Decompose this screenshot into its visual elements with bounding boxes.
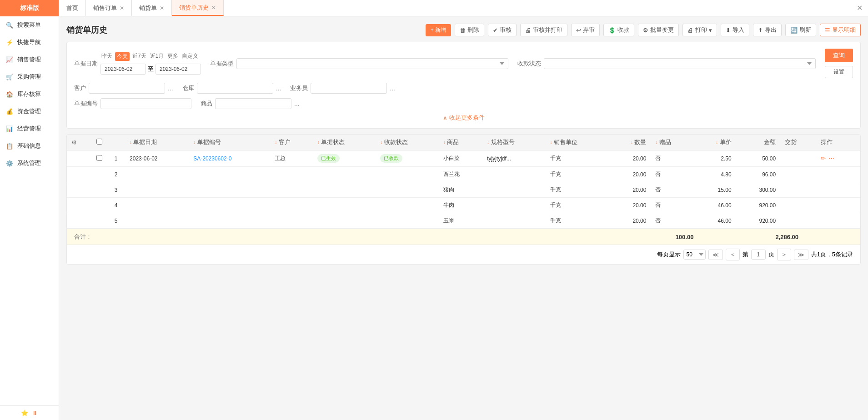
th-doc-date[interactable]: ↕ 单据日期 <box>125 135 189 150</box>
customer-input[interactable] <box>89 83 165 94</box>
salesperson-ellipsis[interactable]: ... <box>390 85 395 92</box>
show-detail-button[interactable]: ☰ 显示明细 <box>820 24 861 36</box>
page-first-btn[interactable]: ≪ <box>708 250 723 260</box>
cell-doc-status <box>313 213 376 229</box>
ops-mgmt-icon: 📊 <box>5 125 14 133</box>
th-unit[interactable]: ↕ 销售单位 <box>546 135 608 150</box>
date-quick-today[interactable]: 今天 <box>115 52 130 61</box>
tab-sales-order-close[interactable]: ✕ <box>120 5 124 11</box>
query-button[interactable]: 查询 <box>825 49 853 62</box>
sidebar-item-quick-nav[interactable]: ⚡ 快捷导航 <box>0 34 59 51</box>
cell-goods: 西兰花 <box>439 167 482 182</box>
filter-row-2: 客户 ... 仓库 ... 业务员 ... <box>74 83 853 94</box>
doc-type-select[interactable] <box>236 58 508 69</box>
cell-checkbox[interactable] <box>92 182 107 198</box>
sidebar-item-purchase-mgmt[interactable]: 🛒 采购管理 <box>0 68 59 85</box>
audit-button[interactable]: ✔ 审核 <box>488 24 517 36</box>
sidebar-item-search-menu[interactable]: 🔍 搜索菜单 <box>0 16 59 34</box>
setting-button[interactable]: 设置 <box>825 66 853 78</box>
cell-qty: 20.00 <box>608 150 651 167</box>
tab-sales-order[interactable]: 销售订单 ✕ <box>86 0 132 16</box>
batch-change-button[interactable]: ⚙ 批量变更 <box>638 24 679 36</box>
abandon-button[interactable]: ↩ 弃审 <box>571 24 600 36</box>
sidebar-item-inventory-calc[interactable]: 🏠 库存核算 <box>0 85 59 103</box>
th-payment-status[interactable]: ↕ 收款状态 <box>376 135 438 150</box>
date-quick-custom[interactable]: 自定义 <box>181 52 199 61</box>
row-checkbox[interactable] <box>96 155 102 161</box>
delete-button[interactable]: 🗑 删除 <box>455 24 484 36</box>
cell-goods: 玉米 <box>439 213 482 229</box>
th-gear[interactable]: ⚙ <box>67 135 92 150</box>
tab-home[interactable]: 首页 <box>59 0 86 16</box>
date-to-input[interactable] <box>156 64 201 75</box>
cell-doc-no[interactable] <box>189 213 270 229</box>
th-doc-no[interactable]: ↕ 单据编号 <box>189 135 270 150</box>
edit-action-icon[interactable]: ✏ <box>821 155 826 162</box>
export-button[interactable]: ⬆ 导出 <box>753 24 782 36</box>
date-quick-yesterday[interactable]: 昨天 <box>100 52 113 61</box>
cell-checkbox[interactable] <box>92 167 107 182</box>
cell-checkbox[interactable] <box>92 198 107 213</box>
sidebar-item-sys-mgmt[interactable]: ⚙️ 系统管理 <box>0 155 59 172</box>
collect-button[interactable]: 💲 收款 <box>603 24 634 36</box>
date-from-input[interactable] <box>100 64 146 75</box>
th-goods[interactable]: ↕ 商品 <box>439 135 482 150</box>
th-gift[interactable]: ↕ 赠品 <box>651 135 693 150</box>
import-icon: ⬇ <box>726 27 731 34</box>
cell-spec <box>482 182 545 198</box>
payment-status-select[interactable] <box>544 58 816 69</box>
sort-icon: ↕ <box>130 140 132 145</box>
warehouse-ellipsis[interactable]: ... <box>276 85 281 92</box>
sidebar-item-basic-info[interactable]: 📋 基础信息 <box>0 137 59 155</box>
tab-sales-history-close[interactable]: ✕ <box>211 5 216 11</box>
tab-sales-goods[interactable]: 销货单 ✕ <box>132 0 172 16</box>
print-button[interactable]: 🖨 打印 ▾ <box>682 24 717 36</box>
sidebar-bottom-icon1[interactable]: ⭐ <box>21 410 28 416</box>
goods-input[interactable] <box>215 98 291 109</box>
sidebar-item-sales-mgmt[interactable]: 📈 销售管理 <box>0 51 59 68</box>
th-qty[interactable]: ↕ 数量 <box>608 135 651 150</box>
per-page-select[interactable]: 50 100 200 <box>683 250 706 260</box>
date-quick-more[interactable]: 更多 <box>166 52 179 61</box>
goods-ellipsis[interactable]: ... <box>294 100 300 107</box>
gear-icon: ⚙ <box>71 139 77 146</box>
collapse-btn[interactable]: ∧ 收起更多条件 <box>74 114 853 122</box>
doc-no-input[interactable] <box>100 98 191 109</box>
th-unit-price[interactable]: ↕ 单价 <box>693 135 736 150</box>
page-next-btn[interactable]: ＞ <box>777 249 791 260</box>
cell-doc-no[interactable]: SA-20230602-0 <box>189 150 270 167</box>
sidebar-item-ops-mgmt[interactable]: 📊 经营管理 <box>0 120 59 137</box>
import-button[interactable]: ⬇ 导入 <box>721 24 749 36</box>
th-customer[interactable]: ↕ 客户 <box>270 135 313 150</box>
date-quick-7days[interactable]: 近7天 <box>131 52 147 61</box>
tab-sales-history[interactable]: 销货单历史 ✕ <box>172 0 224 16</box>
sidebar-bottom-icon2[interactable]: ⏸ <box>32 410 38 416</box>
date-quick-1month[interactable]: 近1月 <box>149 52 165 61</box>
sidebar-item-fund-mgmt[interactable]: 💰 资金管理 <box>0 103 59 120</box>
cell-checkbox[interactable] <box>92 213 107 229</box>
th-spec[interactable]: ↕ 规格型号 <box>482 135 545 150</box>
page-last-btn[interactable]: ≫ <box>794 250 808 260</box>
cell-unit-price: 15.00 <box>693 182 736 198</box>
audit-print-icon: 🖨 <box>525 27 531 34</box>
salesperson-input[interactable] <box>311 83 387 94</box>
cell-checkbox[interactable] <box>92 150 107 167</box>
customer-ellipsis[interactable]: ... <box>168 85 173 92</box>
cell-transaction <box>780 198 816 213</box>
cell-doc-no[interactable] <box>189 198 270 213</box>
select-all-checkbox[interactable] <box>96 139 102 145</box>
cell-doc-no[interactable] <box>189 182 270 198</box>
more-action-icon[interactable]: ⋯ <box>828 155 834 162</box>
tab-sales-goods-close[interactable]: ✕ <box>160 5 164 11</box>
new-button[interactable]: + 新增 <box>426 24 451 36</box>
page-prev-btn[interactable]: ＜ <box>726 249 740 260</box>
refresh-button[interactable]: 🔄 刷新 <box>785 24 816 36</box>
filter-date-wrap: 昨天 今天 近7天 近1月 更多 自定义 至 <box>100 52 201 75</box>
audit-print-button[interactable]: 🖨 审核并打印 <box>520 24 567 36</box>
warehouse-input[interactable] <box>197 83 273 94</box>
tab-close-all-btn[interactable]: ✕ <box>851 4 868 12</box>
page-number-input[interactable] <box>751 250 766 260</box>
cell-doc-no[interactable] <box>189 167 270 182</box>
th-amount[interactable]: 金额 <box>736 135 781 150</box>
th-doc-status[interactable]: ↕ 单据状态 <box>313 135 376 150</box>
